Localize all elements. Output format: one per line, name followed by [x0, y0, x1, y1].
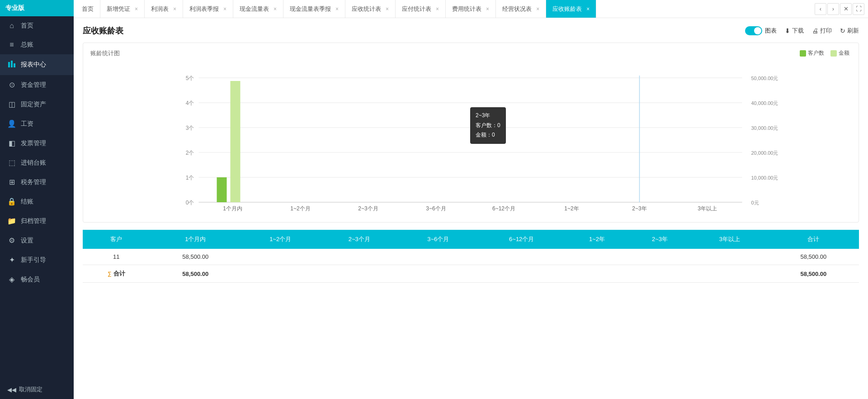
- sidebar-item-tax[interactable]: ⊞ 税务管理: [0, 172, 74, 192]
- chart-toggle[interactable]: [745, 26, 762, 35]
- sidebar-item-archive[interactable]: 📁 归档管理: [0, 211, 74, 231]
- tab-close-cash-flow[interactable]: ×: [274, 6, 277, 12]
- tab-cash-flow[interactable]: 现金流量表 ×: [233, 0, 283, 18]
- svg-rect-0: [8, 62, 10, 67]
- tab-expand-btn[interactable]: ⛶: [853, 3, 864, 15]
- sidebar-item-fund[interactable]: ⊙ 资金管理: [0, 75, 74, 95]
- print-icon: 🖨: [812, 27, 818, 34]
- row-m4: [399, 249, 478, 265]
- svg-text:3年以上: 3年以上: [698, 205, 717, 212]
- col-header-m5: 6~12个月: [478, 230, 566, 249]
- ledger-icon: ≡: [7, 41, 16, 49]
- chart-area: 账龄统计图 客户数 金额 0个 1个 2个 3个: [83, 43, 859, 223]
- download-btn[interactable]: ⬇ 下载: [785, 27, 804, 35]
- col-header-m7: 2~3年: [628, 230, 691, 249]
- tab-navigation: ‹ › ✕ ⛶: [815, 3, 866, 15]
- total-m2: [241, 265, 320, 283]
- sidebar-item-settings[interactable]: ⚙ 设置: [0, 231, 74, 250]
- svg-text:4个: 4个: [186, 100, 194, 106]
- svg-rect-2: [14, 63, 15, 67]
- tab-operation-status[interactable]: 经营状况表 ×: [496, 0, 546, 18]
- page-header: 应收账龄表 图表 ⬇ 下载 🖨 打印 ↻ 刷新: [83, 25, 859, 36]
- tab-close-ar-aging[interactable]: ×: [586, 6, 590, 12]
- sidebar-pin-toggle[interactable]: ◀◀ 取消固定: [0, 380, 74, 399]
- total-m8: [691, 265, 768, 283]
- tab-close-all-btn[interactable]: ✕: [840, 3, 852, 15]
- sidebar-item-label: 固定资产: [21, 100, 46, 109]
- svg-text:30,000.00元: 30,000.00元: [751, 125, 778, 131]
- total-m7: [628, 265, 691, 283]
- tab-close-profit[interactable]: ×: [173, 6, 176, 12]
- tab-receivable-stats[interactable]: 应收统计表 ×: [345, 0, 396, 18]
- col-header-total: 合计: [768, 230, 859, 249]
- chart-svg-wrap: 0个 1个 2个 3个 4个 5个 0元 10,000.00元 20,000.0…: [90, 62, 851, 216]
- total-label-cell: ∑ 合计: [83, 265, 150, 283]
- tab-profit-quarterly[interactable]: 利润表季报 ×: [183, 0, 233, 18]
- table-row: 11 58,500.00 58,500.00: [83, 249, 859, 265]
- svg-text:40,000.00元: 40,000.00元: [751, 100, 778, 106]
- tab-payable-stats[interactable]: 应付统计表 ×: [396, 0, 446, 18]
- tax-icon: ⊞: [7, 178, 16, 186]
- col-header-m8: 3年以上: [691, 230, 768, 249]
- logo: 专业版: [0, 0, 74, 16]
- chart-title: 账龄统计图: [90, 49, 851, 57]
- tab-bar: 首页 新增凭证 × 利润表 × 利润表季报 × 现金流量表 × 现金流量表季报 …: [74, 0, 868, 18]
- refresh-btn[interactable]: ↻ 刷新: [840, 27, 859, 35]
- sidebar-item-label: 结账: [21, 198, 33, 206]
- sidebar-item-fixed-assets[interactable]: ◫ 固定资产: [0, 95, 74, 114]
- sidebar-item-label: 设置: [21, 237, 33, 245]
- sidebar-item-closing[interactable]: 🔒 结账: [0, 192, 74, 211]
- total-label: ∑ 合计: [86, 270, 146, 278]
- sidebar-item-purchase-sales[interactable]: ⬚ 进销台账: [0, 153, 74, 172]
- tab-close-cash-flow-quarterly[interactable]: ×: [335, 6, 339, 12]
- col-header-m6: 1~2年: [566, 230, 628, 249]
- tab-close-profit-quarterly[interactable]: ×: [223, 6, 226, 12]
- table-total-row: ∑ 合计 58,500.00 58,500.00: [83, 265, 859, 283]
- sidebar: 专业版 ⌂ 首页 ≡ 总账 报表中心 ⊙ 资金管理 ◫ 固定资产 👤 工资 ◧ …: [0, 0, 74, 399]
- sidebar-item-invoice[interactable]: ◧ 发票管理: [0, 133, 74, 153]
- sidebar-item-label: 工资: [21, 120, 33, 128]
- bar-cat1-amount: [231, 81, 241, 202]
- sidebar-item-report-center[interactable]: 报表中心: [0, 54, 74, 75]
- row-m8: [691, 249, 768, 265]
- chart-svg: 0个 1个 2个 3个 4个 5个 0元 10,000.00元 20,000.0…: [90, 62, 851, 216]
- tab-expense-stats[interactable]: 费用统计表 ×: [446, 0, 496, 18]
- tab-close-operation-status[interactable]: ×: [536, 6, 539, 12]
- col-header-m2: 1~2个月: [241, 230, 320, 249]
- tab-prev-btn[interactable]: ‹: [815, 3, 826, 15]
- svg-text:3~6个月: 3~6个月: [426, 205, 446, 212]
- chart-legend: 客户数 金额: [800, 49, 849, 57]
- tab-next-btn[interactable]: ›: [827, 3, 839, 15]
- sidebar-item-home[interactable]: ⌂ 首页: [0, 16, 74, 35]
- page-title: 应收账龄表: [83, 25, 123, 36]
- tab-cash-flow-quarterly[interactable]: 现金流量表季报 ×: [283, 0, 345, 18]
- svg-text:10,000.00元: 10,000.00元: [751, 175, 778, 180]
- total-m4: [399, 265, 478, 283]
- row-total: 58,500.00: [768, 249, 859, 265]
- svg-text:1~2年: 1~2年: [564, 205, 579, 212]
- tab-home[interactable]: 首页: [75, 0, 100, 18]
- tab-close-payable-stats[interactable]: ×: [436, 6, 439, 12]
- tab-profit[interactable]: 利润表 ×: [145, 0, 183, 18]
- tab-new-voucher[interactable]: 新增凭证 ×: [100, 0, 145, 18]
- total-m5: [478, 265, 566, 283]
- sidebar-item-membership[interactable]: ◈ 畅会员: [0, 270, 74, 289]
- download-icon: ⬇: [785, 27, 790, 34]
- tab-close-receivable-stats[interactable]: ×: [386, 6, 389, 12]
- tab-ar-aging[interactable]: 应收账龄表 ×: [546, 0, 596, 18]
- row-m3: [320, 249, 399, 265]
- svg-text:0个: 0个: [186, 200, 194, 206]
- svg-text:1个月内: 1个月内: [223, 205, 242, 212]
- sidebar-item-payroll[interactable]: 👤 工资: [0, 114, 74, 133]
- svg-rect-1: [11, 61, 13, 67]
- svg-text:1个: 1个: [186, 175, 194, 181]
- chart-toggle-wrap: 图表: [745, 26, 777, 35]
- svg-text:5个: 5个: [186, 75, 194, 81]
- row-m2: [241, 249, 320, 265]
- sidebar-item-guide[interactable]: ✦ 新手引导: [0, 250, 74, 270]
- print-btn[interactable]: 🖨 打印: [812, 27, 832, 35]
- table-header-row: 客户 1个月内 1~2个月 2~3个月 3~6个月 6~12个月 1~2年 2~…: [83, 230, 859, 249]
- tab-close-expense-stats[interactable]: ×: [486, 6, 489, 12]
- tab-close-new-voucher[interactable]: ×: [135, 6, 138, 12]
- sidebar-item-general-ledger[interactable]: ≡ 总账: [0, 35, 74, 54]
